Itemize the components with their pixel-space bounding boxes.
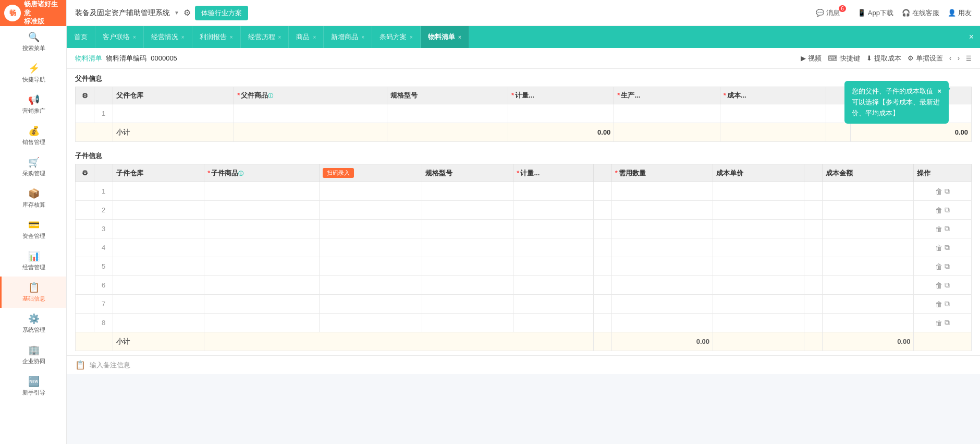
child-cell-qty-6[interactable] — [611, 295, 713, 314]
tab-close-8[interactable]: × — [458, 34, 461, 40]
child-cell-unitcost-0[interactable] — [713, 182, 804, 201]
child-cell-unitcost-4[interactable] — [713, 257, 804, 276]
message-action[interactable]: 💬 消息 6 — [816, 8, 849, 18]
sidebar-item-finance[interactable]: 💳 资金管理 — [0, 214, 66, 245]
scan-button[interactable]: 扫码录入 — [323, 168, 354, 178]
child-cell-unit-7[interactable] — [513, 314, 593, 332]
child-cell-warehouse-1[interactable] — [113, 201, 204, 220]
child-cell-warehouse-6[interactable] — [113, 295, 204, 314]
child-cell-warehouse-3[interactable] — [113, 238, 204, 257]
sidebar-item-inventory[interactable]: 📦 库存核算 — [0, 183, 66, 214]
shortcut-button[interactable]: ⌨ 快捷键 — [828, 54, 860, 63]
child-cell-warehouse-0[interactable] — [113, 182, 204, 201]
child-cell-product-1[interactable] — [204, 201, 320, 220]
delete-btn-7[interactable]: 🗑 — [935, 319, 942, 327]
nav-tab-1[interactable]: 客户联络× — [95, 26, 144, 48]
copy-btn-4[interactable]: ⧉ — [945, 262, 950, 271]
sidebar-item-operations[interactable]: 📊 经营管理 — [0, 245, 66, 277]
child-cell-unit-2[interactable] — [513, 220, 593, 238]
sidebar-item-purchase[interactable]: 🛒 采购管理 — [0, 151, 66, 183]
child-cell-product-2[interactable] — [204, 220, 320, 238]
tab-close-6[interactable]: × — [361, 34, 364, 40]
nav-prev-button[interactable]: ‹ — [949, 55, 951, 62]
child-cell-unitcost-5[interactable] — [713, 276, 804, 295]
sidebar-item-quicknav[interactable]: ⚡ 快捷导航 — [0, 57, 66, 89]
child-cell-spec-7[interactable] — [422, 314, 513, 332]
nav-tab-5[interactable]: 商品× — [289, 26, 324, 48]
child-cell-spec-6[interactable] — [422, 295, 513, 314]
copy-btn-0[interactable]: ⧉ — [945, 187, 950, 196]
copy-btn-6[interactable]: ⧉ — [945, 299, 950, 308]
parent-cell-cost[interactable] — [720, 104, 826, 123]
child-cell-unitcost-2[interactable] — [713, 220, 804, 238]
child-cell-warehouse-5[interactable] — [113, 276, 204, 295]
video-button[interactable]: ▶ 视频 — [801, 54, 822, 63]
nav-tab-3[interactable]: 利润报告× — [192, 26, 241, 48]
parent-cell-production[interactable] — [614, 104, 720, 123]
delete-btn-2[interactable]: 🗑 — [935, 225, 942, 233]
delete-btn-6[interactable]: 🗑 — [935, 300, 942, 308]
child-cell-qty-5[interactable] — [611, 276, 713, 295]
child-cell-unit-5[interactable] — [513, 276, 593, 295]
child-cell-warehouse-4[interactable] — [113, 257, 204, 276]
child-cell-product-0[interactable] — [204, 182, 320, 201]
online-support-action[interactable]: 🎧 在线客服 — [902, 8, 939, 18]
user-action[interactable]: 👤 用友 — [948, 8, 972, 18]
parent-cell-spec[interactable] — [387, 104, 508, 123]
child-cell-product-6[interactable] — [204, 295, 320, 314]
child-cell-qty-3[interactable] — [611, 238, 713, 257]
child-cell-spec-4[interactable] — [422, 257, 513, 276]
extract-cost-button[interactable]: ⬇ 提取成本 — [866, 54, 901, 63]
sidebar-item-sales[interactable]: 💰 销售管理 — [0, 120, 66, 151]
sidebar-item-marketing[interactable]: 📢 营销推广 — [0, 89, 66, 120]
delete-btn-0[interactable]: 🗑 — [935, 187, 942, 196]
sidebar-item-enterprise[interactable]: 🏢 企业协同 — [0, 339, 66, 370]
delete-btn-4[interactable]: 🗑 — [935, 262, 942, 271]
breadcrumb-parent[interactable]: 物料清单 — [75, 54, 102, 63]
copy-btn-7[interactable]: ⧉ — [945, 318, 950, 327]
nav-close-all[interactable]: × — [963, 32, 980, 42]
sidebar-item-system[interactable]: ⚙️ 系统管理 — [0, 308, 66, 339]
sidebar-item-basicinfo[interactable]: 📋 基础信息 — [0, 277, 66, 308]
tab-close-4[interactable]: × — [278, 34, 281, 40]
copy-btn-5[interactable]: ⧉ — [945, 281, 950, 290]
child-cell-unitcost-7[interactable] — [713, 314, 804, 332]
child-cell-unit-4[interactable] — [513, 257, 593, 276]
child-cell-product-7[interactable] — [204, 314, 320, 332]
child-cell-warehouse-2[interactable] — [113, 220, 204, 238]
child-cell-qty-7[interactable] — [611, 314, 713, 332]
copy-btn-3[interactable]: ⧉ — [945, 243, 950, 252]
tab-close-5[interactable]: × — [313, 34, 316, 40]
nav-next-button[interactable]: › — [958, 55, 960, 62]
list-view-button[interactable]: ☰ — [966, 55, 972, 62]
nav-tab-6[interactable]: 新增商品× — [324, 26, 372, 48]
delete-btn-3[interactable]: 🗑 — [935, 244, 942, 252]
footer-label[interactable]: 输入备注信息 — [90, 361, 130, 370]
tab-close-7[interactable]: × — [410, 34, 413, 40]
trial-button[interactable]: 体验行业方案 — [195, 6, 248, 20]
child-cell-qty-4[interactable] — [611, 257, 713, 276]
parent-cell-unit[interactable] — [508, 104, 614, 123]
tooltip-close-icon[interactable]: × — [937, 86, 941, 97]
nav-tab-4[interactable]: 经营历程× — [241, 26, 289, 48]
child-cell-unit-6[interactable] — [513, 295, 593, 314]
child-cell-unitcost-3[interactable] — [713, 238, 804, 257]
child-cell-unitcost-1[interactable] — [713, 201, 804, 220]
parent-cell-product[interactable] — [234, 104, 387, 123]
parent-cell-warehouse[interactable] — [113, 104, 234, 123]
child-cell-qty-2[interactable] — [611, 220, 713, 238]
app-download-action[interactable]: 📱 App下载 — [858, 8, 893, 18]
single-settings-button[interactable]: ⚙ 单据设置 — [908, 54, 943, 63]
child-cell-product-3[interactable] — [204, 238, 320, 257]
child-cell-spec-2[interactable] — [422, 220, 513, 238]
nav-tab-0[interactable]: 首页 — [67, 26, 95, 48]
parent-col-settings[interactable]: ⚙ — [76, 87, 94, 104]
system-title-arrow[interactable]: ▼ — [174, 10, 179, 16]
nav-tab-7[interactable]: 条码方案× — [372, 26, 421, 48]
delete-btn-5[interactable]: 🗑 — [935, 281, 942, 290]
child-cell-qty-0[interactable] — [611, 182, 713, 201]
child-cell-product-4[interactable] — [204, 257, 320, 276]
nav-tab-2[interactable]: 经营情况× — [144, 26, 192, 48]
copy-btn-2[interactable]: ⧉ — [945, 224, 950, 233]
tab-close-3[interactable]: × — [230, 34, 233, 40]
